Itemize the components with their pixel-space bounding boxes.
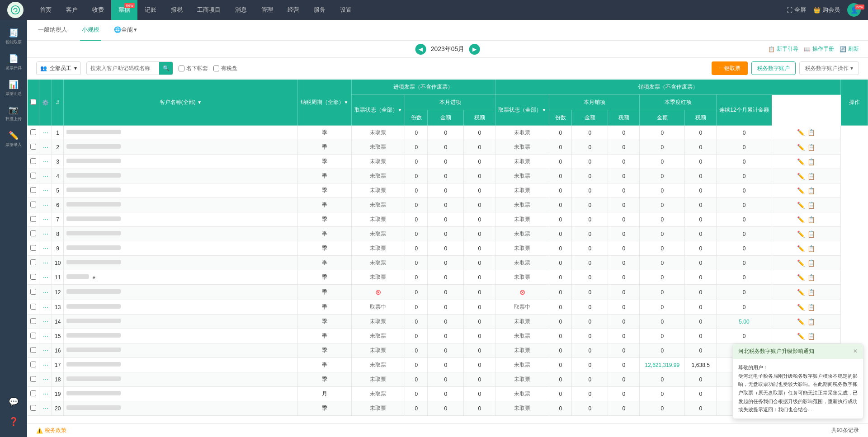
notification-close-btn[interactable]: ✕ bbox=[853, 348, 858, 354]
copy-icon[interactable]: 📋 bbox=[807, 173, 815, 180]
row-checkbox[interactable] bbox=[30, 129, 36, 135]
edit-icon[interactable]: ✏️ bbox=[797, 289, 805, 296]
row-action-icon[interactable]: ⋯ bbox=[43, 202, 48, 208]
edit-icon[interactable]: ✏️ bbox=[797, 318, 805, 325]
edit-icon[interactable]: ✏️ bbox=[797, 216, 805, 223]
row-checkbox[interactable] bbox=[30, 173, 36, 179]
row-action-icon[interactable]: ⋯ bbox=[43, 362, 48, 368]
edit-icon[interactable]: ✏️ bbox=[797, 187, 805, 194]
row-checkbox[interactable] bbox=[30, 274, 36, 280]
edit-icon[interactable]: ✏️ bbox=[797, 129, 805, 136]
row-checkbox[interactable] bbox=[30, 230, 36, 236]
row-checkbox[interactable] bbox=[30, 187, 36, 193]
nav-service[interactable]: 服务 bbox=[307, 0, 333, 20]
sidebar-item-invoice-open[interactable]: 📄 发票开具 bbox=[1, 50, 26, 74]
row-action-icon[interactable]: ⋯ bbox=[43, 289, 48, 296]
copy-icon[interactable]: 📋 bbox=[807, 202, 815, 209]
copy-icon[interactable]: 📋 bbox=[807, 245, 815, 252]
copy-icon[interactable]: 📋 bbox=[807, 274, 815, 281]
select-all-checkbox[interactable] bbox=[30, 99, 36, 105]
sidebar-item-scan-upload[interactable]: 📷 扫描上传 bbox=[1, 101, 26, 125]
copy-icon[interactable]: 📋 bbox=[807, 144, 815, 151]
member-btn[interactable]: 👑 购会员 bbox=[813, 6, 840, 14]
sidebar-item-invoice-summary[interactable]: 📊 票据汇总 bbox=[1, 76, 26, 100]
nav-message[interactable]: 消息 bbox=[228, 0, 254, 20]
row-action-icon[interactable]: ⋯ bbox=[43, 173, 48, 179]
xiazhangshu-checkbox-label[interactable]: 名下帐套 bbox=[179, 65, 208, 72]
edit-icon[interactable]: ✏️ bbox=[797, 202, 805, 209]
row-action-icon[interactable]: ⋯ bbox=[43, 319, 48, 325]
edit-icon[interactable]: ✏️ bbox=[797, 245, 805, 252]
row-action-icon[interactable]: ⋯ bbox=[43, 274, 48, 281]
subnav-general-taxpayer[interactable]: 一般纳税人 bbox=[36, 20, 69, 41]
nav-settings[interactable]: 设置 bbox=[333, 0, 359, 20]
row-checkbox[interactable] bbox=[30, 259, 36, 265]
row-action-icon[interactable]: ⋯ bbox=[43, 376, 48, 383]
prev-month-btn[interactable]: ◀ bbox=[415, 44, 426, 55]
edit-icon[interactable]: ✏️ bbox=[797, 304, 805, 311]
search-button[interactable]: 🔍 bbox=[159, 61, 173, 75]
sidebar-chat-icon[interactable]: 💬 bbox=[5, 394, 22, 410]
row-checkbox[interactable] bbox=[30, 362, 36, 367]
row-action-icon[interactable]: ⋯ bbox=[43, 391, 48, 397]
row-action-icon[interactable]: ⋯ bbox=[43, 260, 48, 266]
nav-home[interactable]: 首页 bbox=[33, 0, 59, 20]
row-action-icon[interactable]: ⋯ bbox=[43, 304, 48, 310]
edit-icon[interactable]: ✏️ bbox=[797, 274, 805, 281]
copy-icon[interactable]: 📋 bbox=[807, 216, 815, 223]
copy-icon[interactable]: 📋 bbox=[807, 158, 815, 165]
nav-ticket[interactable]: 票据 new bbox=[111, 0, 137, 20]
search-input[interactable] bbox=[87, 65, 159, 71]
edit-icon[interactable]: ✏️ bbox=[797, 173, 805, 180]
next-month-btn[interactable]: ▶ bbox=[469, 44, 480, 55]
row-action-icon[interactable]: ⋯ bbox=[43, 348, 48, 354]
row-checkbox[interactable] bbox=[30, 347, 36, 353]
row-checkbox[interactable] bbox=[30, 289, 36, 295]
edit-icon[interactable]: ✏️ bbox=[797, 230, 805, 238]
row-checkbox[interactable] bbox=[30, 304, 36, 310]
edit-icon[interactable]: ✏️ bbox=[797, 158, 805, 165]
nav-accounting[interactable]: 记账 bbox=[137, 0, 164, 20]
employee-select[interactable]: 👥 全部员工 ▾ bbox=[36, 61, 81, 75]
edit-icon[interactable]: ✏️ bbox=[797, 144, 805, 151]
copy-icon[interactable]: 📋 bbox=[807, 289, 815, 296]
subnav-all[interactable]: 🌐 全能 ▾ bbox=[112, 20, 139, 41]
row-action-icon[interactable]: ⋯ bbox=[43, 144, 48, 150]
row-checkbox[interactable] bbox=[30, 405, 36, 411]
sidebar-item-invoice-entry[interactable]: ✏️ 票据录入 bbox=[1, 127, 26, 151]
digital-account-btn[interactable]: 税务数字账户 bbox=[751, 61, 796, 75]
row-checkbox[interactable] bbox=[30, 390, 36, 396]
subnav-small-scale[interactable]: 小规模 bbox=[80, 20, 101, 41]
row-checkbox[interactable] bbox=[30, 158, 36, 164]
row-action-icon[interactable]: ⋯ bbox=[43, 333, 48, 339]
row-checkbox[interactable] bbox=[30, 245, 36, 251]
row-checkbox[interactable] bbox=[30, 318, 36, 324]
row-action-icon[interactable]: ⋯ bbox=[43, 245, 48, 252]
copy-icon[interactable]: 📋 bbox=[807, 230, 815, 238]
sidebar-item-smart-ticket[interactable]: 🧾 智能取票 new bbox=[1, 24, 26, 48]
edit-icon[interactable]: ✏️ bbox=[797, 259, 805, 267]
row-action-icon[interactable]: ⋯ bbox=[43, 405, 48, 412]
nav-billing[interactable]: 收费 bbox=[85, 0, 111, 20]
row-checkbox[interactable] bbox=[30, 144, 36, 150]
nav-manage[interactable]: 管理 bbox=[254, 0, 280, 20]
row-checkbox[interactable] bbox=[30, 216, 36, 222]
row-action-icon[interactable]: ⋯ bbox=[43, 216, 48, 223]
row-action-icon[interactable]: ⋯ bbox=[43, 188, 48, 194]
nav-client[interactable]: 客户 bbox=[59, 0, 85, 20]
row-action-icon[interactable]: ⋯ bbox=[43, 159, 48, 165]
copy-icon[interactable]: 📋 bbox=[807, 333, 815, 340]
row-action-icon[interactable]: ⋯ bbox=[43, 130, 48, 136]
refresh-btn[interactable]: 🔄 刷新 bbox=[840, 45, 859, 53]
copy-icon[interactable]: 📋 bbox=[807, 304, 815, 311]
edit-icon[interactable]: ✏️ bbox=[797, 333, 805, 340]
xiazhangshu-checkbox[interactable] bbox=[179, 66, 184, 71]
copy-icon[interactable]: 📋 bbox=[807, 318, 815, 325]
tax-policy-link[interactable]: ⚠️ 税务政策 bbox=[36, 427, 66, 434]
row-action-icon[interactable]: ⋯ bbox=[43, 231, 48, 237]
nav-tax[interactable]: 报税 bbox=[164, 0, 190, 20]
manual-link[interactable]: 📖 操作手册 bbox=[804, 45, 834, 53]
row-checkbox[interactable] bbox=[30, 333, 36, 338]
copy-icon[interactable]: 📋 bbox=[807, 187, 815, 194]
copy-icon[interactable]: 📋 bbox=[807, 129, 815, 136]
